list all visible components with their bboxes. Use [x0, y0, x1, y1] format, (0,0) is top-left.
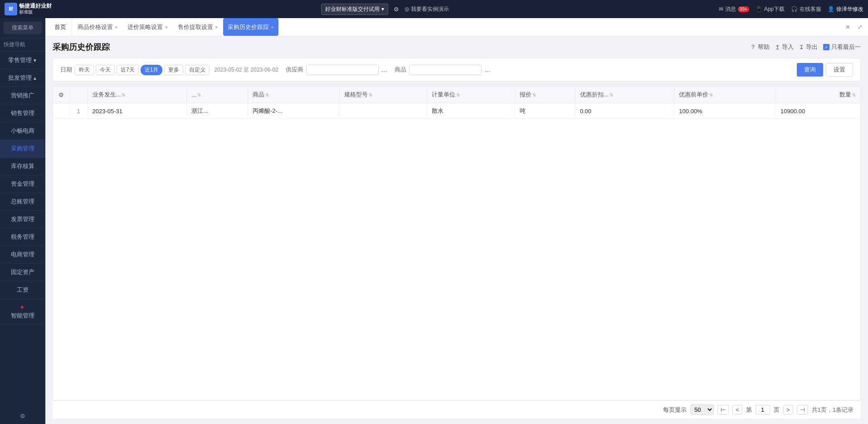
col-settings[interactable]: ⚙	[53, 87, 69, 103]
col-orig-price-label: 优惠前单价	[679, 91, 708, 99]
col-price[interactable]: 报价 ⇅	[515, 87, 575, 103]
only-last-checkbox[interactable]: ✓ 只看最后一	[823, 43, 861, 51]
row-more: 浙江...	[187, 103, 248, 119]
import-btn[interactable]: ↥ 导入	[775, 43, 794, 51]
first-page-btn[interactable]: ⊢	[717, 405, 729, 414]
chevron-down-icon: ▾	[381, 6, 384, 12]
col-more[interactable]: ... ⇅	[187, 87, 248, 103]
row-unit: 散水	[427, 103, 515, 119]
topbar-right: ✉ 消息 99+ 📱 App下载 🎧 在线客服 👤 徐泽华修改	[719, 5, 863, 13]
close-icon[interactable]: ×	[215, 24, 218, 30]
tab-purchase-history[interactable]: 采购历史价跟踪 ×	[223, 18, 278, 36]
online-service-btn[interactable]: 🎧 在线客服	[791, 5, 821, 13]
tab-home-label: 首页	[54, 23, 66, 31]
col-goods[interactable]: 商品 ⇅	[248, 87, 339, 103]
close-icon[interactable]: ×	[115, 24, 117, 30]
sort-icon: ⇅	[456, 92, 460, 97]
tab-close-btn[interactable]: ✕	[844, 22, 852, 32]
help-btn[interactable]: ？ 帮助	[750, 43, 770, 51]
topbar-left: 财 畅捷通好业财 标准版	[5, 3, 52, 15]
goods-dots[interactable]: ...	[484, 66, 490, 74]
search-menu-btn[interactable]: 搜索菜单	[4, 22, 42, 34]
sidebar: 搜索菜单 快捷导航 零售管理 ▼ 批发管理 ▲ 营销推广 销售管理 小畅电商 采…	[0, 18, 45, 424]
col-date[interactable]: 业务发生... ⇅	[88, 87, 187, 103]
sidebar-search-section: 搜索菜单	[0, 18, 45, 38]
col-goods-label: 商品	[253, 91, 264, 99]
sidebar-item-wholesale[interactable]: 批发管理 ▲	[0, 69, 45, 87]
tab-product-price[interactable]: 商品价格设置 ×	[73, 18, 122, 36]
version-selector[interactable]: 好业财标准版交付试用 ▾	[321, 4, 388, 15]
col-orig-price[interactable]: 优惠前单价 ⇅	[674, 87, 776, 103]
sidebar-item-purchase[interactable]: 采购管理	[0, 140, 45, 158]
user-menu-btn[interactable]: 👤 徐泽华修改	[828, 5, 863, 13]
sidebar-item-marketing[interactable]: 营销推广	[0, 87, 45, 105]
tab-home[interactable]: 首页	[49, 18, 72, 36]
col-unit[interactable]: 计量单位 ⇅	[427, 87, 515, 103]
filter-actions: 查询 设置	[797, 63, 853, 77]
user-name: 徐泽华修改	[836, 5, 863, 13]
sidebar-gear-btn[interactable]: ⚙	[0, 408, 45, 424]
demo-label: 我要看实例演示	[411, 5, 449, 13]
date-btn-yesterday[interactable]: 昨天	[75, 65, 94, 75]
page-title: 采购历史价跟踪	[53, 42, 110, 53]
sidebar-item-sales[interactable]: 销售管理	[0, 105, 45, 122]
date-btn-custom[interactable]: 自定义	[185, 65, 210, 75]
supplier-input[interactable]	[306, 65, 379, 75]
row-settings-btn[interactable]	[53, 103, 69, 119]
date-btn-more[interactable]: 更多	[164, 65, 183, 75]
settings-icon-btn[interactable]: ⚙	[392, 4, 401, 14]
tab-purchase-strategy[interactable]: 进价策略设置 ×	[123, 18, 172, 36]
sidebar-item-invoice[interactable]: 发票管理	[0, 211, 45, 228]
prev-page-btn[interactable]: <	[732, 405, 742, 414]
col-qty[interactable]: 数量 ⇅	[776, 87, 860, 103]
goods-input[interactable]	[409, 65, 482, 75]
page-size-label: 每页显示	[663, 406, 687, 414]
sidebar-quicknav-btn[interactable]: 快捷导航	[0, 38, 45, 52]
tab-sale-price[interactable]: 售价提取设置 ×	[173, 18, 222, 36]
sidebar-item-finance[interactable]: 资金管理	[0, 175, 45, 193]
close-icon[interactable]: ×	[271, 24, 273, 30]
col-date-label: 业务发生...	[93, 91, 121, 99]
sidebar-item-ai[interactable]: ● 智能管理	[0, 299, 45, 325]
last-page-btn[interactable]: ⊣	[797, 405, 808, 414]
sidebar-item-tax[interactable]: 税务管理	[0, 228, 45, 246]
next-page-btn[interactable]: >	[783, 405, 793, 414]
page-size-select[interactable]: 50 100 200	[690, 405, 714, 415]
close-icon[interactable]: ×	[165, 24, 167, 30]
sidebar-item-ecommerce[interactable]: 电商管理	[0, 246, 45, 264]
row-spec	[340, 103, 427, 119]
tab-sale-price-label: 售价提取设置	[178, 23, 213, 31]
sidebar-item-wholesale-label: 批发管理	[8, 74, 32, 82]
message-btn[interactable]: ✉ 消息 99+	[719, 5, 749, 13]
query-btn[interactable]: 查询	[797, 63, 823, 77]
export-btn[interactable]: ↧ 导出	[799, 43, 818, 51]
supplier-dots[interactable]: ...	[381, 66, 387, 74]
filter-settings-btn[interactable]: 设置	[826, 63, 853, 77]
date-filter-label: 日期	[60, 66, 72, 74]
date-btn-1month[interactable]: 近1月	[141, 65, 163, 75]
page-word: 第	[746, 406, 752, 414]
date-filter-btns: 昨天 今天 近7天 近1月 更多 自定义	[75, 65, 210, 75]
sidebar-item-payroll[interactable]: 工资	[0, 281, 45, 299]
col-unit-label: 计量单位	[432, 91, 455, 99]
sidebar-item-ledger[interactable]: 总账管理	[0, 193, 45, 211]
app-download-btn[interactable]: 📱 App下载	[756, 5, 785, 13]
date-range-text: 2023-05-02 至 2023-06-02	[214, 66, 278, 74]
demo-btn[interactable]: ◎ 我要看实例演示	[405, 5, 449, 13]
col-spec[interactable]: 规格型号 ⇅	[340, 87, 427, 103]
online-service-label: 在线客服	[800, 5, 821, 13]
sidebar-item-purchase-label: 采购管理	[11, 145, 34, 153]
table-body: 1 2023-05-31 浙江... 丙烯酸-2-... 散水 吨 0.00 1…	[53, 103, 860, 119]
page-num-input[interactable]	[756, 405, 770, 414]
sidebar-item-retail[interactable]: 零售管理 ▼	[0, 52, 45, 69]
sidebar-item-fixed-assets[interactable]: 固定资产	[0, 264, 45, 281]
date-btn-7days[interactable]: 近7天	[117, 65, 139, 75]
date-btn-today[interactable]: 今天	[96, 65, 115, 75]
tab-expand-btn[interactable]: ⤢	[856, 22, 864, 32]
col-discount[interactable]: 优惠折扣... ⇅	[575, 87, 674, 103]
col-discount-label: 优惠折扣...	[580, 91, 609, 99]
sidebar-item-ecommerce-label: 电商管理	[11, 251, 34, 259]
sidebar-item-inventory[interactable]: 库存核算	[0, 158, 45, 175]
sidebar-item-ecommerce-small[interactable]: 小畅电商	[0, 122, 45, 140]
sidebar-item-invoice-label: 发票管理	[11, 215, 34, 223]
